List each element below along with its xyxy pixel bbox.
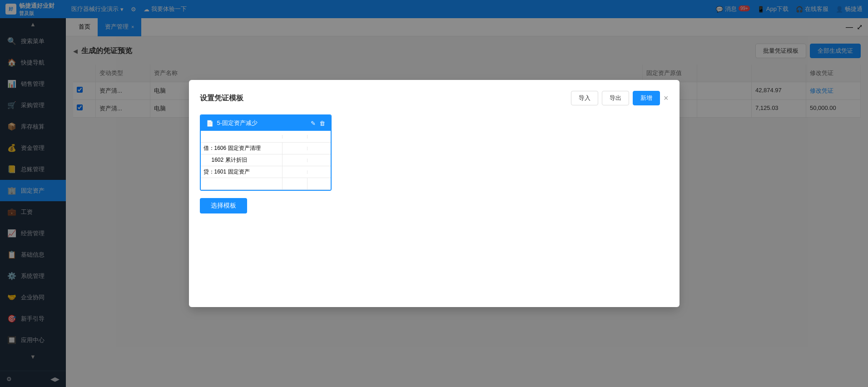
entry3-credit	[308, 170, 332, 174]
template-header-row	[201, 131, 331, 143]
new-button[interactable]: 新增	[633, 91, 660, 105]
entry2-credit	[308, 159, 332, 162]
template-empty-row	[201, 178, 331, 190]
template-card-header: 📄 5-固定资产减少 ✎ 🗑	[201, 115, 331, 131]
modal-overlay: 设置凭证模板 导入 导出 新增 × 📄 5-固定资产减少	[0, 0, 868, 387]
template-card-header-actions: ✎ 🗑	[311, 120, 325, 127]
empty-col2	[283, 178, 308, 189]
template-edit-icon[interactable]: ✎	[311, 120, 316, 127]
template-card: 📄 5-固定资产减少 ✎ 🗑	[200, 114, 332, 191]
export-button[interactable]: 导出	[602, 91, 629, 105]
modal-header: 设置凭证模板 导入 导出 新增 ×	[200, 91, 669, 105]
entry1-debit	[283, 147, 308, 150]
template-entry-row-1: 借：1606 固定资产清理	[201, 143, 331, 154]
modal-body: 📄 5-固定资产减少 ✎ 🗑	[200, 114, 669, 296]
empty-col1	[201, 178, 283, 189]
entry3-debit	[283, 170, 308, 174]
template-name: 5-固定资产减少	[217, 119, 258, 127]
template-card-header-left: 📄 5-固定资产减少	[206, 119, 258, 127]
col-account	[201, 135, 283, 139]
entry2-debit	[283, 159, 308, 162]
col-debit	[283, 135, 308, 139]
empty-col3	[308, 178, 332, 189]
entry2-account: 1602 累计折旧	[201, 154, 283, 166]
entry3-account: 贷：1601 固定资产	[201, 166, 283, 178]
modal-close-button[interactable]: ×	[664, 94, 669, 103]
col-credit	[308, 135, 332, 139]
template-entry-row-3: 贷：1601 固定资产	[201, 166, 331, 178]
template-card-body: 借：1606 固定资产清理 1602 累计折旧 贷：1601 固定资产	[201, 131, 331, 190]
import-button[interactable]: 导入	[571, 91, 598, 105]
modal-set-voucher-template: 设置凭证模板 导入 导出 新增 × 📄 5-固定资产减少	[189, 80, 680, 307]
select-template-button[interactable]: 选择模板	[200, 198, 247, 213]
entry1-credit	[308, 147, 332, 150]
template-file-icon: 📄	[206, 120, 213, 127]
entry1-account: 借：1606 固定资产清理	[201, 143, 283, 154]
template-delete-icon[interactable]: 🗑	[319, 120, 325, 127]
modal-toolbar: 导入 导出 新增	[571, 91, 660, 105]
modal-title: 设置凭证模板	[200, 94, 243, 103]
template-entry-row-2: 1602 累计折旧	[201, 154, 331, 166]
